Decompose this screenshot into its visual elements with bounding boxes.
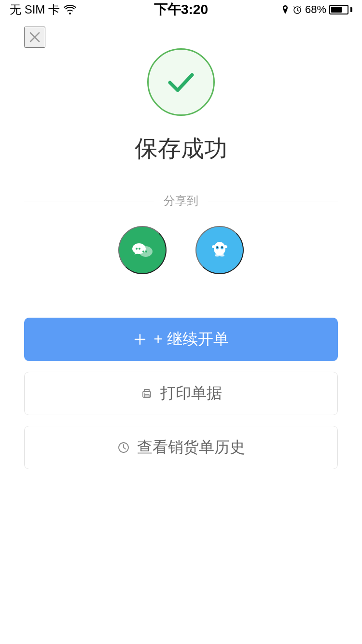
svg-point-12	[217, 247, 218, 248]
svg-point-8	[145, 251, 147, 252]
share-icons	[118, 226, 244, 274]
status-bar: 无 SIM 卡 下午3:20 68%	[0, 0, 362, 19]
history-button[interactable]: 查看销货单历史	[24, 426, 338, 469]
battery-percent: 68%	[305, 3, 326, 16]
success-icon-circle	[147, 48, 215, 116]
print-button[interactable]: 打印单据	[24, 372, 338, 415]
qq-share-button[interactable]	[195, 226, 244, 274]
sim-text: 无 SIM 卡	[10, 2, 60, 17]
divider-left	[24, 201, 154, 201]
wechat-share-button[interactable]	[118, 226, 167, 274]
svg-point-16	[215, 254, 220, 257]
divider-right	[208, 201, 338, 201]
wechat-icon	[128, 236, 156, 264]
battery-icon	[329, 5, 352, 14]
share-label: 分享到	[154, 193, 208, 209]
svg-point-23	[144, 393, 145, 394]
svg-point-5	[136, 248, 138, 250]
wifi-icon	[64, 5, 76, 14]
print-label: 打印单据	[160, 383, 222, 404]
close-icon	[28, 30, 42, 44]
share-section: 分享到	[0, 193, 362, 284]
svg-point-6	[139, 248, 140, 250]
location-icon	[281, 5, 290, 14]
history-label: 查看销货单历史	[137, 437, 245, 458]
actions-section: + 继续开单 打印单据 查看销	[0, 318, 362, 469]
close-button[interactable]	[24, 27, 45, 48]
plus-icon	[133, 333, 147, 346]
main-content: 保存成功 分享到	[0, 19, 362, 469]
status-left: 无 SIM 卡	[10, 2, 76, 17]
continue-button[interactable]: + 继续开单	[24, 318, 338, 361]
svg-point-14	[212, 245, 216, 248]
qq-icon	[206, 236, 234, 264]
history-icon	[117, 441, 130, 454]
svg-rect-21	[144, 394, 149, 397]
svg-point-13	[222, 247, 223, 248]
alarm-icon	[292, 5, 302, 14]
continue-label: + 继续开单	[153, 329, 229, 350]
print-icon	[140, 387, 153, 400]
divider-row: 分享到	[0, 193, 362, 209]
success-title: 保存成功	[135, 133, 227, 164]
checkmark-icon	[164, 65, 198, 99]
svg-point-17	[220, 254, 224, 257]
svg-point-9	[214, 242, 225, 255]
status-time: 下午3:20	[154, 0, 208, 19]
svg-point-7	[142, 251, 144, 252]
svg-point-15	[223, 245, 227, 248]
status-right: 68%	[281, 3, 352, 16]
